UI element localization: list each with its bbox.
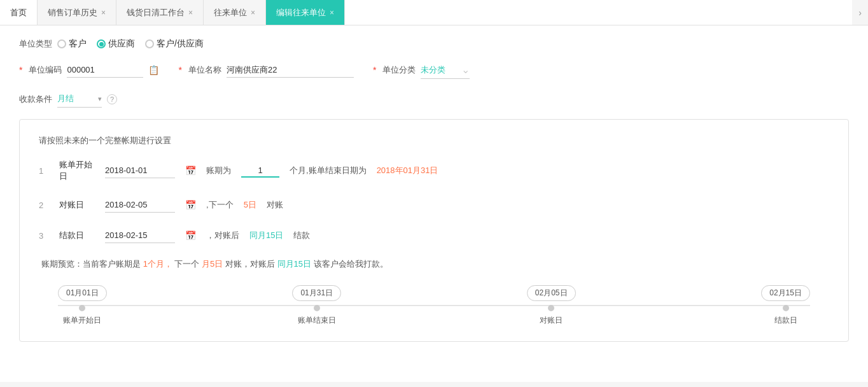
help-icon[interactable]: ?	[107, 94, 117, 104]
tab-cash-ledger-label: 钱货日清工作台	[127, 7, 185, 18]
period-reconcile-calendar-icon[interactable]: 📅	[185, 200, 196, 210]
tabs-bar: 首页 销售订单历史 × 钱货日清工作台 × 往来单位 × 编辑往来单位 × ›	[0, 0, 868, 25]
tab-sales-history-close[interactable]: ×	[101, 8, 106, 17]
period-row-3: 3 结款日 📅 ，对账后 同月15日 结款	[39, 228, 829, 243]
period-reconcile-prefix: ,下一个	[206, 199, 234, 211]
card-instruction: 请按照未来的一个完整帐期进行设置	[39, 135, 829, 146]
timeline-node-0: 01月01日 账单开始日	[58, 285, 107, 326]
timeline-date-2: 02月05日	[527, 285, 576, 301]
tab-expand-button[interactable]: ›	[852, 0, 868, 25]
payment-condition-value: 月结	[57, 93, 95, 104]
period-number-3: 3	[39, 231, 49, 241]
unit-code-required: *	[19, 65, 22, 75]
preview-period: 1个月，	[143, 259, 172, 269]
unit-code-input[interactable]	[67, 62, 143, 78]
payment-condition-row: 收款条件 月结 ▾ ?	[19, 90, 849, 108]
radio-customer[interactable]: 客户	[57, 38, 87, 50]
tab-edit-counterparty-label: 编辑往来单位	[276, 7, 326, 18]
unit-category-select[interactable]: 未分类 ⌄	[421, 61, 470, 79]
period-end-date-highlight: 2018年01月31日	[377, 165, 438, 176]
radio-supplier[interactable]: 供应商	[97, 38, 135, 50]
unit-type-group: 单位类型 客户 供应商 客户/供应商	[19, 38, 204, 50]
main-content: 单位类型 客户 供应商 客户/供应商 * 单位编码	[0, 25, 868, 382]
period-row-1: 1 账单开始日 📅 账期为 个月,账单结束日期为 2018年01月31日	[39, 159, 829, 182]
period-reconcile-day-highlight: 5日	[244, 199, 256, 211]
preview-label: 账期预览：当前客户账期是	[41, 259, 141, 269]
chevron-right-icon: ›	[858, 8, 862, 18]
tab-counterparty-label: 往来单位	[214, 7, 247, 18]
timeline-label-3: 结款日	[774, 315, 797, 326]
radio-supplier-label: 供应商	[108, 38, 135, 50]
unit-type-row: 单位类型 客户 供应商 客户/供应商	[19, 38, 849, 50]
payment-condition-group: 收款条件 月结 ▾ ?	[19, 90, 117, 108]
period-row-2: 2 对账日 📅 ,下一个 5日 对账	[39, 197, 829, 213]
period-start-date-input[interactable]	[105, 163, 175, 178]
timeline-dot-0	[79, 305, 85, 311]
period-month-suffix: 个月,账单结束日期为	[290, 165, 367, 176]
unit-category-label: 单位分类	[382, 64, 416, 76]
preview-reconcile-prefix: 下一个	[174, 259, 199, 269]
tab-cash-ledger[interactable]: 钱货日清工作台 ×	[116, 0, 204, 25]
period-payment-calendar-icon[interactable]: 📅	[185, 230, 196, 241]
tab-home-label: 首页	[10, 7, 27, 18]
timeline-label-0: 账单开始日	[63, 315, 101, 326]
period-payment-date-input[interactable]	[105, 228, 175, 243]
tab-sales-history-label: 销售订单历史	[48, 7, 97, 18]
period-label-2: 对账日	[59, 199, 95, 211]
timeline-node-3: 02月15日 结款日	[761, 285, 810, 326]
radio-both-label: 客户/供应商	[157, 38, 204, 50]
unit-code-label: 单位编码	[29, 64, 62, 76]
unit-name-label: 单位名称	[188, 64, 221, 76]
payment-condition-select[interactable]: 月结 ▾	[57, 90, 102, 108]
tab-counterparty[interactable]: 往来单位 ×	[204, 0, 266, 25]
unit-name-group: * 单位名称	[178, 62, 353, 78]
unit-type-label: 单位类型	[19, 38, 52, 50]
unit-category-group: * 单位分类 未分类 ⌄	[373, 61, 470, 79]
tab-counterparty-close[interactable]: ×	[251, 8, 255, 17]
unit-name-input[interactable]	[227, 62, 354, 78]
period-reconcile-date-input[interactable]	[105, 197, 175, 213]
payment-condition-chevron-icon[interactable]: ▾	[98, 95, 102, 103]
preview-reconcile: 月5日	[202, 259, 223, 269]
preview-reconcile-suffix: 对账，对账后	[225, 259, 277, 269]
tab-sales-history[interactable]: 销售订单历史 ×	[38, 0, 116, 25]
period-label-3: 结款日	[59, 230, 95, 241]
radio-both-circle	[145, 39, 154, 48]
period-months-input[interactable]	[241, 164, 279, 178]
timeline-label-2: 对账日	[540, 315, 563, 326]
period-label-1: 账单开始日	[59, 159, 95, 182]
period-account-period-text: 账期为	[206, 165, 231, 176]
preview-end: 该客户会给我打款。	[314, 259, 388, 269]
radio-group-unit-type: 客户 供应商 客户/供应商	[57, 38, 204, 50]
unit-code-group: * 单位编码 📋	[19, 62, 159, 78]
radio-customer-label: 客户	[69, 38, 87, 50]
timeline: 01月01日 账单开始日 01月31日 账单结束日 02月05日 对账日 02月…	[39, 285, 829, 326]
unit-code-calendar-icon[interactable]: 📋	[148, 65, 159, 75]
timeline-dot-1	[314, 305, 320, 311]
radio-supplier-circle	[97, 39, 106, 48]
unit-info-row: * 单位编码 📋 * 单位名称 * 单位分类 未分类 ⌄	[19, 61, 849, 79]
payment-condition-label: 收款条件	[19, 94, 52, 105]
timeline-dot-2	[548, 305, 554, 311]
timeline-date-1: 01月31日	[292, 285, 341, 301]
timeline-dot-3	[783, 305, 789, 311]
tab-home[interactable]: 首页	[0, 0, 38, 25]
period-start-calendar-icon[interactable]: 📅	[185, 165, 196, 176]
timeline-date-0: 01月01日	[58, 285, 107, 301]
period-payment-suffix: 结款	[293, 230, 310, 241]
radio-customer-circle	[57, 39, 66, 48]
tab-edit-counterparty-close[interactable]: ×	[330, 8, 334, 17]
timeline-label-1: 账单结束日	[298, 315, 336, 326]
radio-both[interactable]: 客户/供应商	[145, 38, 204, 50]
timeline-node-1: 01月31日 账单结束日	[292, 285, 341, 326]
unit-category-chevron-icon[interactable]: ⌄	[461, 64, 470, 76]
tab-edit-counterparty[interactable]: 编辑往来单位 ×	[266, 0, 345, 25]
period-payment-prefix: ，对账后	[206, 230, 239, 241]
period-reconcile-suffix: 对账	[267, 199, 283, 211]
period-settings-card: 请按照未来的一个完整帐期进行设置 1 账单开始日 📅 账期为 个月,账单结束日期…	[19, 119, 849, 342]
unit-category-required: *	[373, 65, 376, 75]
period-number-1: 1	[39, 166, 49, 176]
tab-cash-ledger-close[interactable]: ×	[188, 8, 193, 17]
unit-category-value: 未分类	[421, 64, 459, 76]
preview-payment: 同月15日	[277, 259, 311, 269]
